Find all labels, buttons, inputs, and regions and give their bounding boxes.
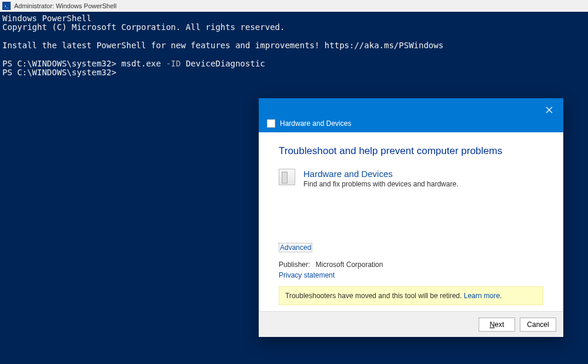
notice-text: Troubleshooters have moved and this tool… — [285, 292, 464, 300]
dialog-header[interactable]: Hardware and Devices — [259, 98, 563, 132]
terminal-prompt: PS C:\WINDOWS\system32> — [2, 68, 116, 77]
privacy-statement-link[interactable]: Privacy statement — [279, 271, 543, 279]
dialog-header-icon — [267, 119, 275, 128]
dialog-heading: Troubleshoot and help prevent computer p… — [279, 145, 543, 157]
troubleshooter-title: Hardware and Devices — [303, 169, 458, 179]
terminal-line: Install the latest PowerShell for new fe… — [2, 41, 443, 50]
terminal-output[interactable]: Windows PowerShell Copyright (C) Microso… — [0, 12, 588, 80]
next-label-rest: ext — [495, 320, 504, 329]
learn-more-link[interactable]: Learn more — [464, 292, 500, 300]
terminal-line: Copyright (C) Microsoft Corporation. All… — [2, 22, 285, 32]
troubleshooter-description: Find and fix problems with devices and h… — [303, 180, 458, 188]
troubleshooter-item: Hardware and Devices Find and fix proble… — [279, 169, 543, 188]
window-title: Administrator: Windows PowerShell — [14, 2, 116, 9]
hardware-icon — [279, 169, 295, 185]
publisher-row: Publisher: Microsoft Corporation — [279, 261, 543, 269]
dialog-footer: Next Cancel — [259, 311, 563, 337]
advanced-link[interactable]: Advanced — [279, 243, 312, 252]
publisher-value: Microsoft Corporation — [316, 261, 383, 269]
terminal-flag: -ID — [166, 59, 181, 68]
terminal-line: Windows PowerShell — [2, 14, 92, 23]
window-titlebar[interactable]: Administrator: Windows PowerShell — [0, 0, 588, 12]
close-button[interactable] — [542, 103, 556, 117]
terminal-arg: DeviceDiagnostic — [186, 59, 265, 68]
dialog-body: Troubleshoot and help prevent computer p… — [259, 132, 563, 311]
publisher-label: Publisher: — [279, 261, 310, 269]
dialog-header-title: Hardware and Devices — [280, 119, 351, 128]
retirement-notice: Troubleshooters have moved and this tool… — [279, 286, 543, 305]
next-button[interactable]: Next — [479, 318, 515, 332]
powershell-icon — [2, 2, 11, 10]
terminal-command: msdt.exe — [121, 59, 161, 68]
terminal-prompt: PS C:\WINDOWS\system32> — [2, 59, 121, 68]
troubleshooter-dialog: Hardware and Devices Troubleshoot and he… — [259, 98, 563, 337]
cancel-button[interactable]: Cancel — [520, 318, 556, 332]
close-icon — [546, 106, 553, 113]
